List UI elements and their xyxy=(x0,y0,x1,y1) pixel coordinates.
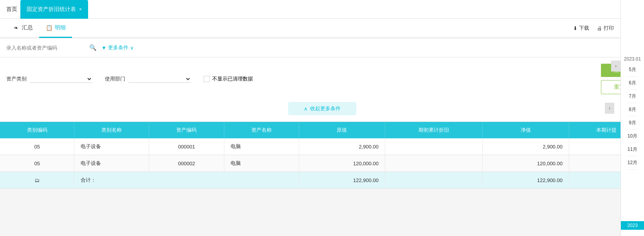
asset-type-select[interactable] xyxy=(30,75,92,83)
filter-icon: ▼ xyxy=(101,45,106,51)
download-label: 下载 xyxy=(579,25,589,32)
month-item[interactable]: 6月 xyxy=(628,77,637,90)
panel-expand-button[interactable]: › xyxy=(605,103,614,114)
print-icon: 🖨 xyxy=(597,25,602,31)
cell-asset-name: 电脑 xyxy=(224,138,299,155)
filter-row: 资产类别 使用部门 不显示已清理数据 查询 重置 xyxy=(6,64,638,94)
more-conditions-button[interactable]: ▼ 更多条件 ∨ xyxy=(101,44,134,51)
date-label: 2023.01 xyxy=(624,55,641,63)
department-select[interactable] xyxy=(128,75,191,83)
col-original-value: 原值 xyxy=(299,122,385,138)
right-panel-expand-button[interactable]: › xyxy=(611,61,621,72)
search-input[interactable] xyxy=(6,45,85,51)
col-net-value: 净值 xyxy=(483,122,569,138)
chevron-down-icon: ∨ xyxy=(130,45,134,51)
collapse-label: 收起更多条件 xyxy=(310,105,341,112)
cell-asset-code: 000002 xyxy=(149,155,224,172)
cell-original: 2,900.00 xyxy=(299,138,385,155)
asset-type-group: 资产类别 xyxy=(6,75,92,83)
total-accum-dep xyxy=(385,172,483,189)
month-item[interactable]: 8月 xyxy=(628,103,637,116)
no-cleared-checkbox[interactable] xyxy=(204,76,210,82)
no-cleared-group: 不显示已清理数据 xyxy=(204,75,253,82)
print-label: 打印 xyxy=(604,25,614,32)
tab-summary[interactable]: ❧ 汇总 xyxy=(6,18,39,38)
summary-icon: ❧ xyxy=(13,24,20,31)
asset-type-label: 资产类别 xyxy=(6,75,27,82)
col-asset-name: 资产名称 xyxy=(224,122,299,138)
detail-icon: 📋 xyxy=(45,24,52,31)
top-nav: 首页 固定资产折旧统计表 × ✕ xyxy=(0,0,644,19)
table-row: 05 电子设备 000001 电脑 2,900.00 2,900.00 xyxy=(0,138,644,155)
tab-summary-label: 汇总 xyxy=(22,24,33,31)
table-header-row: 类别编码 类别名称 资产编码 资产名称 原值 期初累计折旧 净值 本期计提 xyxy=(0,122,644,138)
active-tab-label: 固定资产折旧统计表 xyxy=(27,6,76,13)
cell-net-value: 120,000.00 xyxy=(483,155,569,172)
filter-panel: 资产类别 使用部门 不显示已清理数据 查询 重置 ∧ 收起更多条件 xyxy=(0,57,644,122)
collapse-icon: ∧ xyxy=(304,106,308,112)
search-bar: 🔍 ▼ 更多条件 ∨ › xyxy=(0,38,644,57)
cell-category-name: 电子设备 xyxy=(74,138,149,155)
month-item[interactable]: 12月 xyxy=(628,156,637,170)
tab-detail[interactable]: 📋 明细 xyxy=(39,18,72,38)
more-conditions-label: 更多条件 xyxy=(108,44,128,51)
cell-code: 05 xyxy=(0,155,74,172)
total-net-value: 122,900.00 xyxy=(483,172,569,189)
cell-asset-name: 电脑 xyxy=(224,155,299,172)
data-table: 类别编码 类别名称 资产编码 资产名称 原值 期初累计折旧 净值 本期计提 05… xyxy=(0,122,644,189)
cell-accum-dep xyxy=(385,138,483,155)
months-list: 5月6月7月8月9月10月11月12月 xyxy=(628,63,637,170)
sub-tabs-bar: ❧ 汇总 📋 明细 ⬇ 下载 🖨 打印 ↺ 刷新 xyxy=(0,19,644,38)
home-link[interactable]: 首页 xyxy=(6,6,17,13)
cell-original: 120,000.00 xyxy=(299,155,385,172)
col-asset-code: 资产编码 xyxy=(149,122,224,138)
total-row: 🗂 合计： 122,900.00 122,900.00 xyxy=(0,172,644,189)
right-panel: 2023.01 5月6月7月8月9月10月11月12月 2023 xyxy=(621,0,644,236)
search-icon[interactable]: 🔍 xyxy=(89,44,97,51)
total-icon: 🗂 xyxy=(0,172,74,189)
active-tab[interactable]: 固定资产折旧统计表 × xyxy=(20,0,88,19)
no-cleared-label: 不显示已清理数据 xyxy=(212,75,253,82)
col-accum-dep: 期初累计折旧 xyxy=(385,122,483,138)
month-item[interactable]: 9月 xyxy=(628,116,637,130)
close-tab-icon[interactable]: × xyxy=(79,7,82,12)
month-item[interactable]: 7月 xyxy=(628,90,637,103)
month-item[interactable]: 10月 xyxy=(628,130,637,143)
table-row: 05 电子设备 000002 电脑 120,000.00 120,000.00 xyxy=(0,155,644,172)
department-label: 使用部门 xyxy=(105,75,125,82)
download-icon: ⬇ xyxy=(573,25,577,31)
print-button[interactable]: 🖨 打印 xyxy=(597,25,614,32)
collapse-button[interactable]: ∧ 收起更多条件 xyxy=(288,102,356,115)
download-button[interactable]: ⬇ 下载 xyxy=(573,25,589,32)
year-badge[interactable]: 2023 xyxy=(621,221,644,230)
cell-asset-code: 000001 xyxy=(149,138,224,155)
total-label: 合计： xyxy=(74,172,299,189)
department-group: 使用部门 xyxy=(105,75,191,83)
cell-net-value: 2,900.00 xyxy=(483,138,569,155)
tab-detail-label: 明细 xyxy=(55,24,66,31)
total-original: 122,900.00 xyxy=(299,172,385,189)
cell-code: 05 xyxy=(0,138,74,155)
col-category-name: 类别名称 xyxy=(74,122,149,138)
month-item[interactable]: 11月 xyxy=(628,143,637,156)
cell-category-name: 电子设备 xyxy=(74,155,149,172)
month-item[interactable]: 5月 xyxy=(628,63,637,77)
cell-accum-dep xyxy=(385,155,483,172)
data-table-container: 类别编码 类别名称 资产编码 资产名称 原值 期初累计折旧 净值 本期计提 05… xyxy=(0,122,644,189)
col-category-code: 类别编码 xyxy=(0,122,74,138)
